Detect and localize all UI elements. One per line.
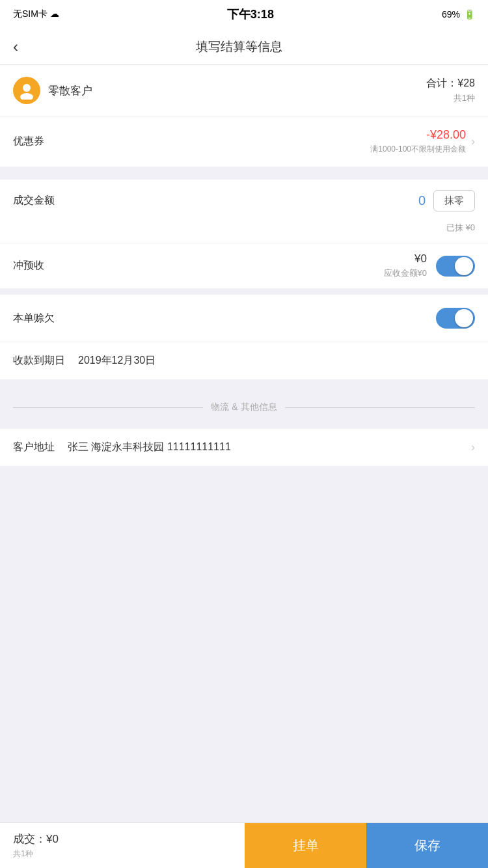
debt-toggle[interactable] — [436, 308, 475, 329]
deal-amount-sub: 已抹 ¥0 — [0, 222, 488, 243]
pre-collect-info: ¥0 应收金额¥0 — [384, 252, 427, 279]
separator-2 — [0, 288, 488, 295]
pre-collect-row: 冲预收 ¥0 应收金额¥0 — [0, 243, 488, 288]
bottom-bar: 成交：¥0 共1种 挂单 保存 — [0, 822, 488, 868]
save-button[interactable]: 保存 — [366, 823, 488, 869]
coupon-discount: -¥28.00 — [370, 128, 466, 142]
address-chevron-icon: › — [471, 441, 475, 454]
customer-total: 合计：¥28 共1种 — [426, 77, 475, 104]
chevron-right-icon: › — [471, 135, 475, 148]
logistics-header: 物流 & 其他信息 — [0, 392, 488, 422]
deal-amount-value: 0 — [418, 193, 426, 208]
address-section: 客户地址 张三 海淀永丰科技园 11111111111 › — [0, 429, 488, 466]
coupon-right: -¥28.00 满1000-100不限制使用金额 › — [370, 128, 475, 155]
svg-point-1 — [20, 93, 33, 100]
avatar — [13, 77, 40, 104]
battery-level: 69% — [442, 9, 460, 20]
bottom-deal-value: ¥0 — [46, 833, 59, 845]
customer-row: 零散客户 合计：¥28 共1种 — [0, 65, 488, 116]
debt-row: 本单赊欠 — [0, 295, 488, 342]
empty-area — [0, 472, 488, 603]
coupon-info: -¥28.00 满1000-100不限制使用金额 — [370, 128, 466, 155]
svg-point-0 — [23, 84, 31, 92]
address-value: 张三 海淀永丰科技园 11111111111 — [68, 441, 471, 454]
logistics-line-left — [13, 407, 203, 408]
debt-section: 本单赊欠 收款到期日 2019年12月30日 — [0, 295, 488, 379]
due-date-label: 收款到期日 — [13, 354, 65, 368]
hang-order-button[interactable]: 挂单 — [245, 823, 366, 869]
coupon-label: 优惠券 — [13, 135, 44, 148]
round-zero-button[interactable]: 抹零 — [433, 190, 475, 211]
pre-collect-toggle[interactable] — [436, 256, 475, 277]
bottom-summary: 成交：¥0 共1种 — [0, 832, 245, 860]
logistics-title: 物流 & 其他信息 — [211, 401, 277, 413]
debt-label: 本单赊欠 — [13, 312, 55, 325]
pre-collect-right: ¥0 应收金额¥0 — [384, 252, 475, 279]
customer-section: 零散客户 合计：¥28 共1种 优惠券 -¥28.00 满1000-100不限制… — [0, 65, 488, 167]
total-count: 共1种 — [426, 92, 475, 104]
deal-amount-right: 0 抹零 — [418, 190, 475, 211]
logistics-section: 物流 & 其他信息 — [0, 392, 488, 422]
deal-amount-row: 成交金额 0 抹零 — [0, 180, 488, 222]
bottom-deal-label: 成交： — [13, 833, 46, 845]
coupon-desc: 满1000-100不限制使用金额 — [370, 144, 466, 155]
total-amount: 合计：¥28 — [426, 77, 475, 90]
status-right: 69% 🔋 — [442, 9, 475, 20]
status-time: 下午3:18 — [227, 7, 274, 22]
page-title: 填写结算等信息 — [29, 38, 449, 55]
logistics-line-right — [285, 407, 475, 408]
pre-collect-amount: ¥0 — [384, 252, 427, 265]
battery-icon: 🔋 — [464, 9, 475, 20]
coupon-row[interactable]: 优惠券 -¥28.00 满1000-100不限制使用金额 › — [0, 116, 488, 167]
separator-1 — [0, 173, 488, 180]
address-label: 客户地址 — [13, 441, 55, 454]
bottom-deal-text: 成交：¥0 — [13, 832, 232, 847]
bottom-count: 共1种 — [13, 848, 232, 860]
customer-info: 零散客户 — [13, 77, 92, 104]
separator-3 — [0, 386, 488, 392]
sim-status: 无SIM卡 ☁ — [13, 8, 59, 20]
due-date-value: 2019年12月30日 — [78, 354, 156, 368]
deal-amount-section: 成交金额 0 抹零 已抹 ¥0 冲预收 ¥0 应收金额¥0 — [0, 180, 488, 288]
pre-collect-sub: 应收金额¥0 — [384, 267, 427, 279]
status-bar: 无SIM卡 ☁ 下午3:18 69% 🔋 — [0, 0, 488, 29]
nav-bar: ‹ 填写结算等信息 — [0, 29, 488, 65]
pre-collect-label: 冲预收 — [13, 259, 44, 273]
back-button[interactable]: ‹ — [13, 38, 18, 56]
address-row[interactable]: 客户地址 张三 海淀永丰科技园 11111111111 › — [0, 429, 488, 466]
deal-amount-label: 成交金额 — [13, 194, 55, 208]
status-left: 无SIM卡 ☁ — [13, 8, 59, 20]
customer-name: 零散客户 — [48, 83, 92, 98]
due-date-row: 收款到期日 2019年12月30日 — [0, 342, 488, 379]
